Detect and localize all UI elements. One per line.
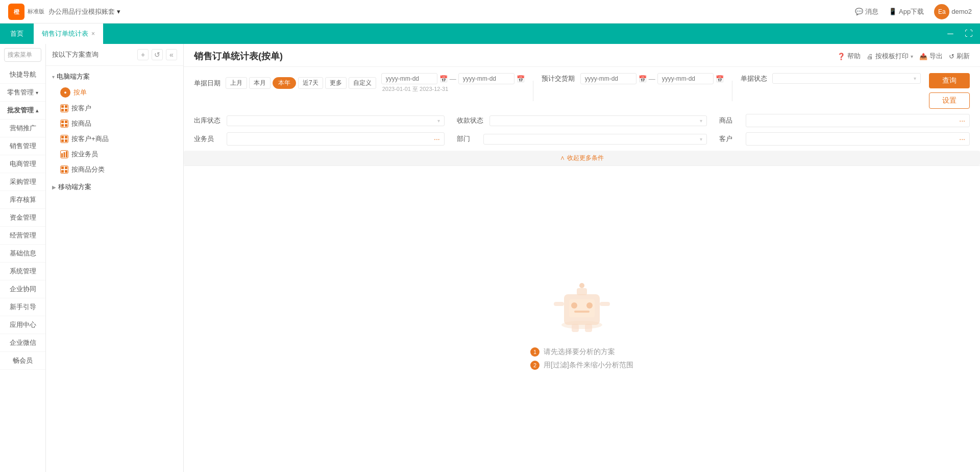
scheme-panel: 按以下方案查询 + ↺ « ▾ 电脑端方案 (46, 44, 184, 472)
tab-active[interactable]: 销售订单统计表 × (34, 23, 103, 44)
product-filter: 商品 ··· (719, 114, 970, 127)
app-download-btn[interactable]: 📱 App下载 (889, 7, 924, 16)
cal-icon-end[interactable]: 📅 (517, 75, 525, 83)
tab-minimize-btn[interactable]: ─ (943, 27, 958, 41)
newuser-label: 新手引导 (10, 302, 36, 312)
user-area[interactable]: Ea demo2 (934, 4, 972, 19)
wholesale-arrow: ▴ (36, 108, 38, 113)
scheme-collapse-btn[interactable]: « (166, 49, 177, 60)
sidebar-item-retail[interactable]: 零售管理 ▾ (0, 84, 45, 102)
customer-dots[interactable]: ··· (959, 135, 965, 143)
search-menu-btn[interactable]: 搜索菜单 (4, 48, 41, 62)
custom-btn[interactable]: 自定义 (349, 77, 376, 89)
cal-icon-pred-end[interactable]: 📅 (716, 75, 724, 83)
delivery-label: 出库状态 (194, 116, 223, 125)
predicted-date-label: 预计交货期 (542, 74, 577, 83)
purchase-label: 采购管理 (10, 177, 36, 186)
sidebar-item-marketing[interactable]: 营销推广 (0, 120, 45, 137)
product-dots[interactable]: ··· (959, 116, 965, 125)
customer-select[interactable]: ··· (746, 132, 970, 146)
sidebar-item-wechat[interactable]: 企业微信 (0, 334, 45, 352)
sidebar-item-member[interactable]: 畅会员 (0, 352, 45, 370)
retail-arrow: ▾ (36, 90, 38, 96)
tab-home[interactable]: 首页 (0, 23, 34, 44)
scheme-item-by-customer-product[interactable]: 按客户+商品 (46, 131, 183, 147)
recent7-btn[interactable]: 近7天 (298, 77, 323, 89)
enterprise-label: 企业协同 (10, 285, 36, 294)
department-chevron: ▾ (700, 136, 702, 142)
tab-close-icon[interactable]: × (91, 30, 95, 37)
scheme-item-by-customer[interactable]: 按客户 (46, 101, 183, 116)
help-label: 帮助 (847, 52, 861, 61)
svg-rect-27 (577, 288, 587, 295)
app-title[interactable]: 办公用品行业模拟账套 ▾ (48, 7, 120, 16)
customer-filter: 客户 ··· (719, 132, 970, 146)
sidebar-item-quick-nav[interactable]: 快捷导航 (0, 66, 45, 84)
sidebar: 搜索菜单 快捷导航 零售管理 ▾ 批发管理 ▴ 营销推广 销售管理 电商管理 采… (0, 44, 46, 472)
scheme-item-by-salesperson[interactable]: 按业务员 (46, 147, 183, 162)
collapse-btn[interactable]: ∧ 收起更多条件 (184, 151, 980, 166)
scheme-pc-group[interactable]: ▾ 电脑端方案 (46, 69, 183, 84)
tabbar-right: ─ ⛶ (943, 27, 980, 41)
sidebar-item-purchase[interactable]: 采购管理 (0, 173, 45, 191)
sidebar-item-sales[interactable]: 销售管理 (0, 137, 45, 155)
salesperson-filter: 业务员 ··· (194, 132, 445, 146)
salesperson-select[interactable]: ··· (227, 132, 445, 146)
this-month-btn[interactable]: 本月 (249, 77, 271, 89)
this-year-btn[interactable]: 本年 (273, 77, 296, 89)
department-select[interactable]: ▾ (483, 134, 707, 145)
svg-text:橙: 橙 (13, 9, 20, 15)
product-select[interactable]: ··· (746, 114, 970, 127)
cal-icon-start[interactable]: 📅 (439, 75, 448, 83)
more-btn[interactable]: 更多 (325, 77, 347, 89)
date-start-input[interactable] (381, 73, 437, 84)
scheme-item-by-order[interactable]: ● 按单 (46, 84, 183, 101)
grid-svg-4 (61, 167, 67, 173)
scheme-item-grid-icon-4 (60, 166, 68, 174)
last-month-btn[interactable]: 上月 (226, 77, 247, 89)
date-input-area: 📅 — 📅 2023-01-01 至 2023-12-31 (381, 73, 525, 93)
cal-icon-pred-start[interactable]: 📅 (639, 75, 647, 83)
sidebar-item-system[interactable]: 系统管理 (0, 263, 45, 280)
tab-maximize-btn[interactable]: ⛶ (962, 27, 976, 41)
salesperson-dots[interactable]: ··· (434, 135, 440, 143)
help-btn[interactable]: ❓ 帮助 (837, 52, 861, 61)
sidebar-item-ecommerce[interactable]: 电商管理 (0, 155, 45, 173)
sidebar-item-finance[interactable]: 资金管理 (0, 209, 45, 227)
member-label: 畅会员 (13, 356, 33, 365)
sidebar-item-newuser[interactable]: 新手引导 (0, 298, 45, 316)
search-btn[interactable]: 查询 (929, 73, 970, 88)
settings-btn[interactable]: 设置 (929, 92, 970, 109)
retail-label: 零售管理 (7, 88, 34, 97)
scheme-refresh-btn[interactable]: ↺ (152, 49, 163, 60)
export-btn[interactable]: 📤 导出 (919, 52, 943, 61)
sidebar-item-operations[interactable]: 经营管理 (0, 227, 45, 245)
sidebar-item-enterprise[interactable]: 企业协同 (0, 280, 45, 298)
predicted-end-input[interactable] (657, 73, 714, 84)
scheme-item-by-product-cat[interactable]: 按商品分类 (46, 162, 183, 177)
app-title-arrow[interactable]: ▾ (117, 8, 120, 15)
sidebar-item-inventory[interactable]: 库存核算 (0, 191, 45, 209)
status-select[interactable]: ▾ (772, 73, 921, 84)
pred-dash: — (649, 75, 655, 83)
scheme-mobile-group[interactable]: ▶ 移动端方案 (46, 179, 183, 195)
scheme-item-by-product[interactable]: 按商品 (46, 116, 183, 131)
sidebar-item-wholesale[interactable]: 批发管理 ▴ (0, 102, 45, 120)
print-btn[interactable]: 🖨 按模板打印 ▾ (867, 52, 913, 61)
print-arrow[interactable]: ▾ (911, 54, 913, 59)
refresh-btn[interactable]: ↺ 刷新 (949, 52, 970, 61)
date-end-input[interactable] (458, 73, 514, 84)
date-range-display: 2023-01-01 至 2023-12-31 (381, 85, 525, 93)
svg-rect-5 (65, 109, 67, 111)
scheme-add-btn[interactable]: + (137, 49, 149, 60)
refresh-icon: ↺ (154, 51, 160, 59)
predicted-date-section: 预计交货期 📅 — 📅 (542, 73, 724, 84)
filter-panel: 单据日期 上月 本月 本年 近7天 更多 自定义 📅 (184, 67, 980, 166)
collection-select[interactable]: ▾ (489, 115, 707, 126)
delivery-select[interactable]: ▾ (227, 115, 445, 126)
message-btn[interactable]: 💬 消息 (855, 7, 878, 16)
scheme-item-label-product: 按商品 (71, 119, 91, 128)
predicted-start-input[interactable] (580, 73, 636, 84)
sidebar-item-appcenter[interactable]: 应用中心 (0, 316, 45, 334)
sidebar-item-basic[interactable]: 基础信息 (0, 245, 45, 263)
